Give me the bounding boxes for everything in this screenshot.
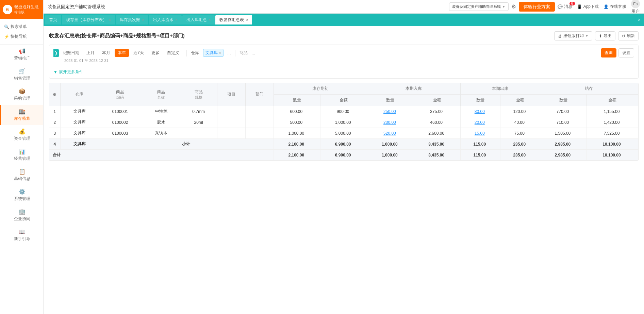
- warehouse-tag-remove-icon[interactable]: ×: [219, 51, 221, 55]
- cell-goods-spec: 20ml: [180, 117, 217, 128]
- tab-bar-close-button[interactable]: ×: [636, 16, 643, 23]
- date-tab-custom[interactable]: 自定义: [164, 49, 182, 57]
- sidebar-item-marketing[interactable]: 📢 营销推广: [0, 45, 43, 65]
- tab-bar: 首页 现存量（库存分布表） × 库存批次账 × 出入库流水 × 出入库汇总 × …: [44, 14, 644, 26]
- sidebar-item-system[interactable]: ⚙️ 系统管理: [0, 185, 43, 205]
- tab-receipt-summary-close-icon[interactable]: ×: [246, 18, 248, 22]
- sidebar-item-enterprise[interactable]: 🏢 企业协同: [0, 205, 43, 225]
- cell-in-qty[interactable]: 230.00: [367, 117, 414, 128]
- cell-open-qty: 500.00: [274, 117, 320, 128]
- message-button[interactable]: 💬 消息 6: [558, 4, 572, 10]
- th-goods-spec: 商品规格: [180, 83, 217, 106]
- tab-inventory-dist-close-icon[interactable]: ×: [109, 18, 111, 22]
- page-actions: 🖨 按钮版打印 ▼ ⬆ 导出 ↺ 刷新: [554, 31, 639, 40]
- filter-expand-button[interactable]: ▼ 展开更多条件: [53, 66, 634, 75]
- cell-bal-qty: 1,505.00: [540, 128, 587, 139]
- sidebar-item-label: 企业协同: [14, 216, 30, 222]
- filter-collapse-button[interactable]: ❯: [53, 49, 59, 57]
- marketing-icon: 📢: [19, 48, 26, 54]
- subtotal-out-qty[interactable]: 115.00: [460, 139, 500, 150]
- cell-dept: [245, 117, 274, 128]
- refresh-button[interactable]: ↺ 刷新: [618, 31, 639, 40]
- settings-button[interactable]: 设置: [618, 48, 634, 57]
- cell-goods-code: 0100001: [98, 106, 142, 117]
- goods-more-button[interactable]: ...: [252, 51, 255, 55]
- trial-button[interactable]: 体验行业方案: [519, 2, 555, 12]
- sidebar-item-purchase[interactable]: 📦 采购管理: [0, 85, 43, 105]
- filter-row-main: ❯ 记账日期 上月 本月 本年 近7天 更多 自定义 仓库: [53, 48, 634, 57]
- sidebar-item-inventory[interactable]: 🏬 库存核算: [0, 105, 43, 125]
- cell-in-qty[interactable]: 520.00: [367, 128, 414, 139]
- cell-open-amt: 1,000.00: [320, 117, 367, 128]
- total-open-amt: 6,900.00: [320, 150, 367, 161]
- cell-in-qty[interactable]: 250.00: [367, 106, 414, 117]
- date-tab-year[interactable]: 本年: [115, 49, 129, 57]
- user-avatar[interactable]: Ea 用户: [631, 0, 640, 14]
- settings-gear-icon[interactable]: ⚙: [511, 3, 516, 10]
- top-bar-right: 💬 消息 6 📱 App下载 👤 在线客服 Ea 用户: [558, 0, 640, 14]
- app-download-button[interactable]: 📱 App下载: [577, 4, 599, 10]
- sales-icon: 🛒: [19, 68, 26, 75]
- system-selector[interactable]: 装备及固定资产辅助管理系统 ▼: [449, 2, 509, 11]
- system-selector-label: 装备及固定资产辅助管理系统: [452, 4, 501, 9]
- finance-icon: 💰: [19, 128, 26, 135]
- avatar-circle: Ea: [631, 0, 640, 8]
- cell-open-amt: 900.00: [320, 106, 367, 117]
- sidebar-item-label: 新手引导: [14, 236, 30, 242]
- tab-in-out-summary-close-icon[interactable]: ×: [209, 18, 211, 22]
- tab-in-out-flow[interactable]: 出入库流水 ×: [149, 15, 182, 24]
- sidebar-item-basics[interactable]: 📋 基础信息: [0, 165, 43, 185]
- date-tab-prev[interactable]: 上月: [83, 49, 98, 57]
- cell-project: [217, 128, 245, 139]
- tab-batch-ledger-label: 库存批次账: [120, 17, 140, 23]
- tab-inventory-dist[interactable]: 现存量（库存分布表） ×: [62, 15, 115, 24]
- th-bal-qty: 数量: [540, 95, 587, 106]
- subtotal-out-amt: 235.00: [500, 139, 540, 150]
- sidebar-item-operations[interactable]: 📊 经营管理: [0, 145, 43, 165]
- th-group-out: 本期出库: [460, 83, 540, 95]
- logo-text: 畅捷通好生意 标准版: [14, 4, 39, 15]
- filter-separator: [186, 50, 187, 56]
- tab-batch-ledger[interactable]: 库存批次账 ×: [116, 15, 148, 24]
- tab-home[interactable]: 首页: [45, 15, 61, 24]
- cell-seq: 1: [49, 106, 60, 117]
- cell-open-qty: 600.00: [274, 106, 320, 117]
- cell-out-qty[interactable]: 20.00: [460, 117, 500, 128]
- cell-goods-spec: 0.7mm: [180, 106, 217, 117]
- warehouse-tag-text: 文具库: [205, 50, 218, 56]
- date-tab-7days[interactable]: 近7天: [130, 49, 147, 57]
- sidebar-item-label: 基础信息: [14, 176, 30, 182]
- sidebar-item-guide[interactable]: 📖 新手引导: [0, 225, 43, 245]
- tab-receipt-summary-label: 收发存汇总表: [219, 17, 244, 23]
- th-settings[interactable]: ⚙: [49, 83, 60, 106]
- tab-in-out-summary[interactable]: 出入库汇总 ×: [182, 15, 215, 24]
- date-range-text: 2023-01-01 至 2023-12-31: [64, 58, 634, 63]
- subtotal-in-qty[interactable]: 1,000.00: [367, 139, 414, 150]
- print-button[interactable]: 🖨 按钮版打印 ▼: [554, 31, 592, 40]
- search-menu-item[interactable]: 🔍 搜索菜单: [3, 22, 40, 32]
- sidebar-item-sales[interactable]: 🛒 销售管理: [0, 65, 43, 85]
- cell-out-qty[interactable]: 80.00: [460, 106, 500, 117]
- total-open-qty: 2,100.00: [274, 150, 320, 161]
- th-group-balance: 结存: [540, 83, 638, 95]
- export-button[interactable]: ⬆ 导出: [595, 31, 615, 40]
- cell-bal-qty: 770.00: [540, 106, 587, 117]
- cell-bal-amt: 1,420.00: [587, 117, 638, 128]
- sidebar-item-finance[interactable]: 💰 资金管理: [0, 125, 43, 145]
- warehouse-more-button[interactable]: ...: [228, 51, 231, 55]
- sidebar-item-label: 系统管理: [14, 196, 30, 202]
- th-out-amt: 金额: [500, 95, 540, 106]
- query-button[interactable]: 查询: [601, 48, 616, 57]
- date-tab-curr[interactable]: 本月: [99, 49, 113, 57]
- tab-batch-ledger-close-icon[interactable]: ×: [142, 18, 144, 22]
- quick-nav-item[interactable]: ⚡ 快捷导航: [3, 32, 40, 42]
- online-service-button[interactable]: 👤 在线客服: [604, 4, 626, 10]
- cell-out-qty[interactable]: 15.00: [460, 128, 500, 139]
- date-tab-more[interactable]: 更多: [148, 49, 163, 57]
- cell-goods-name: 中性笔: [142, 106, 180, 117]
- sidebar-item-label: 销售管理: [14, 76, 30, 81]
- tab-in-out-flow-close-icon[interactable]: ×: [176, 18, 178, 22]
- tab-receipt-summary[interactable]: 收发存汇总表 ×: [215, 15, 252, 24]
- expand-label: 展开更多条件: [59, 69, 83, 75]
- th-bal-amt: 金额: [587, 95, 638, 106]
